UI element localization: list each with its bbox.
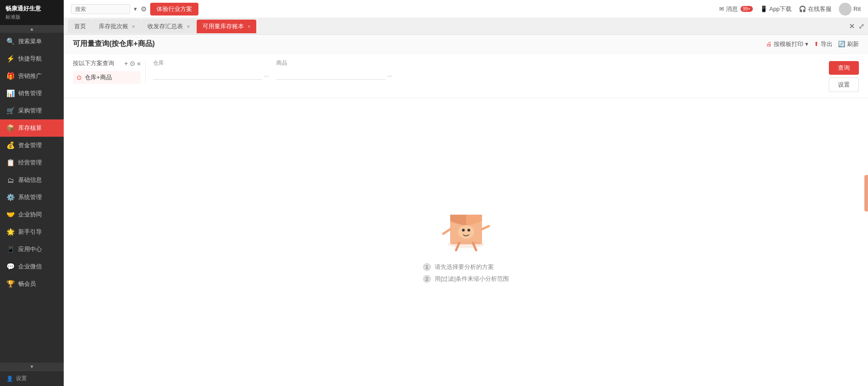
sidebar-item-appcenter[interactable]: 📱 应用中心 (0, 241, 64, 258)
sidebar-icon-sales: 📊 (6, 89, 15, 98)
sidebar-item-operation[interactable]: 📋 经营管理 (0, 154, 64, 171)
collapse-scheme-button[interactable]: « (137, 60, 141, 67)
export-button[interactable]: ⬆ 导出 (814, 40, 832, 48)
query-sidebar-header: 按以下方案查询 + ⊙ « (73, 59, 141, 67)
sidebar-icon-quicknav: ⚡ (6, 55, 15, 63)
sidebar-label-marketing: 营销推广 (18, 72, 42, 80)
refresh-label: 刷新 (847, 40, 859, 48)
top-header-right: ✉ 消息 99+ 📱 App下载 🎧 在线客服 Rit (719, 3, 861, 15)
sidebar-icon-purchase: 🛒 (6, 107, 15, 115)
empty-tips: 1 请先选择要分析的方案 2 用[过滤]条件来缩小分析范围 (423, 263, 509, 283)
tab-available_ledger[interactable]: 可用量库存账本× (197, 20, 256, 33)
filter-group-product: 商品 ... (276, 59, 392, 80)
sidebar-item-sales[interactable]: 📊 销售管理 (0, 85, 64, 102)
query-scheme-item[interactable]: ⊙ 仓库+商品 (73, 71, 141, 84)
sidebar-bottom-label: 设置 (16, 375, 27, 382)
query-sidebar-header-actions: + ⊙ « (124, 60, 141, 67)
refresh-icon: 🔄 (838, 41, 845, 47)
message-badge: 99+ (741, 6, 753, 12)
tab-bar-actions: ✕ ⤢ (849, 22, 868, 31)
tab-close-batch_account[interactable]: × (132, 24, 135, 29)
filter-label-product: 商品 (276, 59, 392, 67)
close-tab-button[interactable]: ✕ (849, 22, 855, 31)
export-icon: ⬆ (814, 41, 819, 47)
filter-input-row-warehouse: ... (153, 69, 269, 80)
main-area: ▾ ⚙ 体验行业方案 ✉ 消息 99+ 📱 App下载 🎧 在线客服 Rit (64, 0, 868, 386)
user-profile-action[interactable]: Rit (839, 3, 861, 15)
online-service-label: 在线客服 (808, 5, 832, 13)
sidebar-item-marketing[interactable]: 🎁 营销推广 (0, 67, 64, 85)
tab-batch_account[interactable]: 库存批次账× (93, 20, 141, 33)
export-label: 导出 (821, 40, 832, 48)
filter-more-warehouse[interactable]: ... (264, 71, 269, 78)
trial-button[interactable]: 体验行业方案 (150, 3, 198, 15)
empty-state: 1 请先选择要分析的方案 2 用[过滤]条件来缩小分析范围 (64, 98, 868, 386)
right-scroll-hint[interactable] (864, 175, 868, 211)
sidebar-scroll-down[interactable]: ▼ (0, 363, 64, 371)
sidebar-item-enterprise[interactable]: 🤝 企业协同 (0, 206, 64, 223)
sidebar-item-guide[interactable]: 🌟 新手引导 (0, 223, 64, 241)
sidebar-label-sales: 销售管理 (18, 89, 42, 98)
print-label: 按模板打印 (774, 40, 803, 48)
sidebar-item-basic[interactable]: 🗂 基础信息 (0, 171, 64, 189)
sidebar-item-system[interactable]: ⚙️ 系统管理 (0, 189, 64, 206)
svg-point-6 (467, 229, 470, 232)
sidebar-label-basic: 基础信息 (18, 176, 42, 184)
filter-settings-button[interactable]: 设置 (829, 77, 859, 92)
sidebar-items: 🔍 搜索菜单 ⚡ 快捷导航 🎁 营销推广 📊 销售管理 🛒 采购管理 📦 库存核… (0, 33, 64, 363)
sidebar-header: 畅康通好生意 标准版 (0, 0, 64, 25)
sidebar-label-inventory: 库存核算 (18, 124, 42, 132)
online-service-action[interactable]: 🎧 在线客服 (799, 5, 832, 13)
page-actions: 🖨 按模板打印 ▾ ⬆ 导出 🔄 刷新 (766, 40, 859, 48)
headset-icon: 🎧 (799, 5, 806, 12)
refresh-button[interactable]: 🔄 刷新 (838, 40, 859, 48)
sidebar-icon-appcenter: 📱 (6, 245, 15, 253)
tip-text-2: 用[过滤]条件来缩小分析范围 (435, 275, 509, 283)
sidebar-scroll-up[interactable]: ▲ (0, 25, 64, 33)
query-button[interactable]: 查询 (829, 61, 859, 75)
sidebar-label-member: 畅会员 (18, 280, 36, 288)
tab-close-collection_summary[interactable]: × (187, 24, 189, 29)
sidebar-item-finance[interactable]: 💰 资金管理 (0, 137, 64, 154)
print-button[interactable]: 🖨 按模板打印 ▾ (766, 40, 808, 48)
tip-number-2: 2 (423, 275, 431, 283)
app-download-action[interactable]: 📱 App下载 (760, 5, 792, 13)
svg-point-5 (462, 229, 465, 232)
tab-collection_summary[interactable]: 收发存汇总表× (142, 20, 195, 33)
sidebar-label-system: 系统管理 (18, 193, 42, 201)
tab-home[interactable]: 首页 (68, 20, 92, 33)
sidebar-label-finance: 资金管理 (18, 141, 42, 149)
filter-input-warehouse[interactable] (153, 69, 262, 80)
filter-input-product[interactable] (276, 69, 386, 80)
sidebar-item-purchase[interactable]: 🛒 采购管理 (0, 102, 64, 119)
sidebar-item-quicknav[interactable]: ⚡ 快捷导航 (0, 50, 64, 67)
message-icon: ✉ (719, 5, 724, 12)
sidebar-icon-search: 🔍 (6, 37, 15, 46)
message-action[interactable]: ✉ 消息 99+ (719, 5, 753, 13)
tip-text-1: 请先选择要分析的方案 (435, 263, 494, 271)
page-title-bar: 可用量查询(按仓库+商品) 🖨 按模板打印 ▾ ⬆ 导出 🔄 刷新 (64, 35, 868, 54)
filter-input-row-product: ... (276, 69, 392, 80)
sidebar-item-member[interactable]: 🏆 畅会员 (0, 275, 64, 293)
breadcrumb-chevron-button[interactable]: ▾ (134, 5, 137, 12)
breadcrumb-search-input[interactable] (71, 4, 130, 14)
tab-close-available_ledger[interactable]: × (248, 24, 250, 29)
filter-more-product[interactable]: ... (387, 71, 392, 78)
sidebar-icon-marketing: 🎁 (6, 72, 15, 80)
sidebar-label-purchase: 采购管理 (18, 107, 42, 115)
sidebar-item-wechat[interactable]: 💬 企业微信 (0, 258, 64, 275)
sidebar-icon-operation: 📋 (6, 159, 15, 167)
add-scheme-button[interactable]: + (124, 60, 128, 67)
sidebar-label-search: 搜索菜单 (18, 37, 42, 46)
sidebar-item-search[interactable]: 🔍 搜索菜单 (0, 33, 64, 50)
sidebar-icon-basic: 🗂 (6, 176, 15, 184)
empty-illustration (439, 201, 493, 256)
settings-scheme-button[interactable]: ⊙ (130, 60, 135, 67)
header-gear-button[interactable]: ⚙ (141, 5, 147, 13)
sidebar-icon-guide: 🌟 (6, 228, 15, 236)
sidebar-item-inventory[interactable]: 📦 库存核算 (0, 119, 64, 137)
query-actions: 查询 设置 (829, 59, 859, 92)
expand-tab-button[interactable]: ⤢ (858, 22, 864, 31)
message-label: 消息 (726, 5, 738, 13)
app-download-label: App下载 (769, 5, 792, 13)
